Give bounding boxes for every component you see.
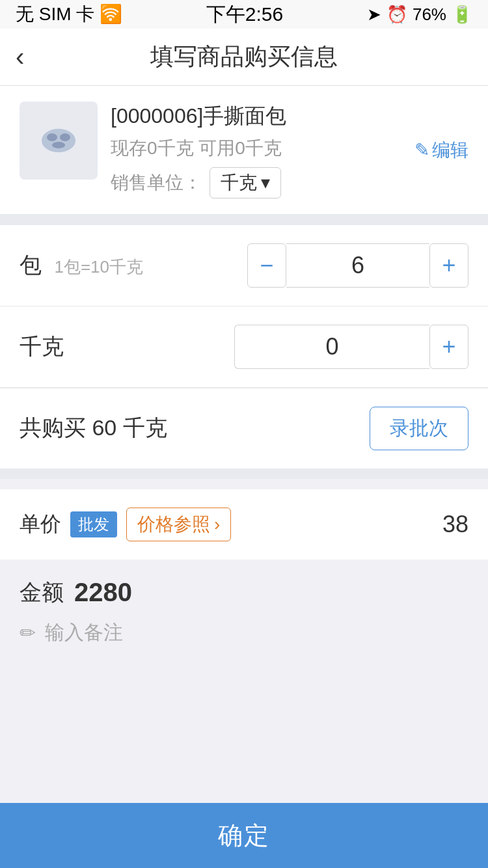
amount-section: 金额 2280 ✏ 输入备注 xyxy=(0,560,488,655)
product-thumbnail xyxy=(20,102,98,180)
record-batch-button[interactable]: 录批次 xyxy=(370,407,468,450)
section-divider-2 xyxy=(0,468,488,479)
remark-row[interactable]: ✏ 输入备注 xyxy=(20,619,468,646)
total-text: 共购买 60 千克 xyxy=(20,413,167,443)
qianke-increment-button[interactable]: + xyxy=(429,325,468,369)
status-bar: 无 SIM 卡 🛜 下午2:56 ➤ ⏰ 76% 🔋 xyxy=(0,0,488,29)
section-divider-1 xyxy=(0,215,488,225)
product-name: [0000006]手撕面包 xyxy=(111,102,468,131)
nav-bar: ‹ 填写商品购买信息 xyxy=(0,29,488,86)
price-section: 单价 批发 价格参照 › 38 xyxy=(0,489,488,560)
svg-point-0 xyxy=(42,129,75,152)
edit-button[interactable]: ✎ 编辑 xyxy=(414,138,468,163)
unit-value: 千克 xyxy=(221,170,257,195)
qianke-label: 千克 xyxy=(20,332,234,362)
price-value: 38 xyxy=(442,511,468,538)
price-reference-button[interactable]: 价格参照 › xyxy=(126,508,231,541)
confirm-button[interactable]: 确定 xyxy=(0,803,488,868)
svg-point-1 xyxy=(47,133,57,141)
edit-icon: ✎ xyxy=(414,139,429,161)
svg-point-3 xyxy=(52,142,65,148)
bao-quantity-control: − + xyxy=(247,243,468,288)
price-ref-chevron-icon: › xyxy=(214,514,220,535)
battery-level: 76% xyxy=(413,5,446,25)
alarm-icon: ⏰ xyxy=(386,5,407,25)
status-right: ➤ ⏰ 76% 🔋 xyxy=(367,5,472,25)
unit-chevron-icon: ▾ xyxy=(261,172,270,193)
bao-row: 包 1包=10千克 − + xyxy=(0,225,488,306)
bao-label: 包 1包=10千克 xyxy=(20,251,247,280)
location-icon: ➤ xyxy=(367,5,381,25)
qianke-quantity-input[interactable] xyxy=(234,325,429,369)
page-title: 填写商品购买信息 xyxy=(150,41,338,73)
unit-label: 销售单位： xyxy=(111,170,202,195)
price-label: 单价 xyxy=(20,510,61,539)
amount-row: 金额 2280 xyxy=(20,578,468,608)
amount-label: 金额 xyxy=(20,578,64,608)
product-card: [0000006]手撕面包 现存0千克 可用0千克 销售单位： 千克 ▾ ✎ 编… xyxy=(0,86,488,215)
bao-sublabel: 1包=10千克 xyxy=(54,257,143,277)
bao-increment-button[interactable]: + xyxy=(429,243,468,288)
qianke-row: 千克 + xyxy=(0,306,488,388)
price-tag-badge: 批发 xyxy=(70,511,117,537)
bao-quantity-input[interactable] xyxy=(286,243,429,288)
unit-select[interactable]: 千克 ▾ xyxy=(210,167,281,198)
back-button[interactable]: ‹ xyxy=(16,42,24,72)
status-left: 无 SIM 卡 🛜 xyxy=(16,2,122,27)
sim-status: 无 SIM 卡 🛜 xyxy=(16,2,122,27)
status-time: 下午2:56 xyxy=(206,1,283,28)
edit-label: 编辑 xyxy=(432,138,468,163)
bao-decrement-button[interactable]: − xyxy=(247,243,286,288)
pencil-icon: ✏ xyxy=(20,621,36,644)
total-row: 共购买 60 千克 录批次 xyxy=(0,388,488,468)
input-section: 包 1包=10千克 − + 千克 + 共购买 60 千克 录批次 xyxy=(0,225,488,468)
battery-icon: 🔋 xyxy=(452,5,472,25)
amount-value: 2280 xyxy=(74,578,132,607)
price-ref-label: 价格参照 xyxy=(137,512,210,537)
product-unit-row: 销售单位： 千克 ▾ xyxy=(111,167,468,198)
svg-point-2 xyxy=(60,133,70,141)
remark-placeholder: 输入备注 xyxy=(45,619,123,646)
qianke-quantity-control: + xyxy=(234,325,468,369)
